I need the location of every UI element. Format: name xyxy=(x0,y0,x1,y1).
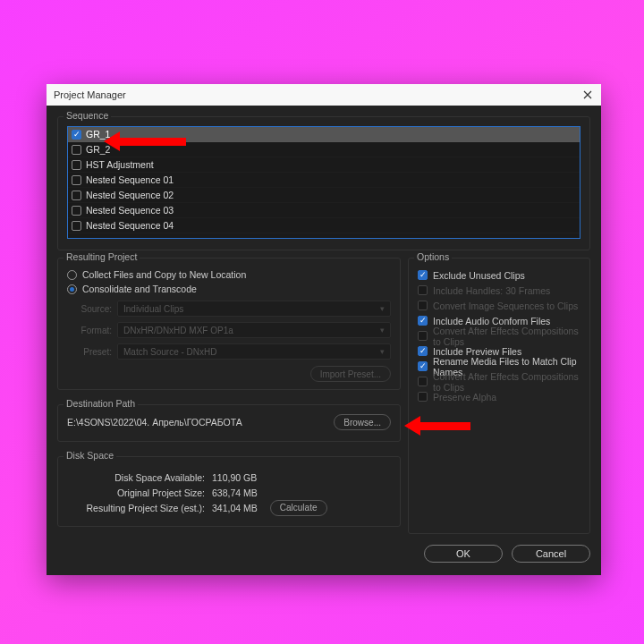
option-label: Convert After Effects Compositions to Cl… xyxy=(433,326,580,347)
sequence-row[interactable]: Nested Sequence 03 xyxy=(68,203,580,218)
checkbox-icon xyxy=(418,301,428,310)
sequence-group: Sequence ✓GR_1GR_2HST AdjustmentNested S… xyxy=(57,116,590,250)
cancel-button[interactable]: Cancel xyxy=(512,545,590,563)
source-dropdown[interactable]: Individual Clips ▾ xyxy=(117,301,391,317)
sequence-name: Nested Sequence 01 xyxy=(86,174,174,185)
sequence-list[interactable]: ✓GR_1GR_2HST AdjustmentNested Sequence 0… xyxy=(67,126,580,239)
preset-value: Match Source - DNxHD xyxy=(123,347,216,357)
sequence-name: Nested Sequence 02 xyxy=(86,190,174,200)
checkbox-icon[interactable] xyxy=(72,160,81,170)
source-label: Source: xyxy=(67,304,112,314)
source-row: Source: Individual Clips ▾ xyxy=(67,300,391,318)
close-icon[interactable] xyxy=(581,89,594,101)
radio-collect-label: Collect Files and Copy to New Location xyxy=(82,269,246,280)
sequence-row[interactable]: Nested Sequence 02 xyxy=(68,188,580,203)
radio-collect-files[interactable]: Collect Files and Copy to New Location xyxy=(67,267,391,282)
option-row: Convert After Effects Compositions to Cl… xyxy=(418,328,580,343)
checkbox-icon[interactable]: ✓ xyxy=(418,270,428,280)
resulting-project-group: Resulting Project Collect Files and Copy… xyxy=(57,258,401,390)
preset-row: Preset: Match Source - DNxHD ▾ xyxy=(67,343,391,360)
import-preset-button[interactable]: Import Preset... xyxy=(310,366,391,382)
sequence-name: Nested Sequence 04 xyxy=(86,220,174,231)
disk-value: 341,04 MB xyxy=(212,503,258,513)
option-row: Convert After Effects Compositions to Cl… xyxy=(418,374,580,389)
sequence-name: GR_1 xyxy=(86,129,110,140)
chevron-down-icon: ▾ xyxy=(380,304,385,313)
radio-icon xyxy=(67,284,77,294)
sequence-row[interactable]: Nested Sequence 04 xyxy=(68,218,580,233)
options-label: Options xyxy=(414,251,452,262)
disk-value: 638,74 MB xyxy=(212,487,258,498)
format-label: Format: xyxy=(67,326,112,335)
chevron-down-icon: ▾ xyxy=(380,347,385,356)
sequence-row[interactable]: GR_2 xyxy=(68,142,580,157)
checkbox-icon[interactable]: ✓ xyxy=(418,361,428,371)
radio-icon xyxy=(67,270,77,280)
checkbox-icon[interactable] xyxy=(72,221,81,231)
sequence-name: HST Adjustment xyxy=(86,159,154,170)
option-row[interactable]: ✓Exclude Unused Clips xyxy=(418,267,580,283)
checkbox-icon xyxy=(418,285,428,295)
option-label: Preserve Alpha xyxy=(433,392,496,402)
dialog-footer: OK Cancel xyxy=(47,539,601,575)
option-label: Include Handles: 30 Frames xyxy=(433,285,550,296)
sequence-name: GR_2 xyxy=(86,144,110,155)
checkbox-icon[interactable] xyxy=(72,145,81,155)
option-row: Convert Image Sequences to Clips xyxy=(418,298,580,313)
disk-space-label: Disk Space xyxy=(64,450,116,461)
source-value: Individual Clips xyxy=(123,304,183,314)
disk-space-group: Disk Space Disk Space Available:110,90 G… xyxy=(57,456,401,527)
ok-button[interactable]: OK xyxy=(424,545,503,563)
option-label: Convert Image Sequences to Clips xyxy=(433,301,578,311)
sequence-row[interactable]: ✓GR_1 xyxy=(68,127,580,142)
format-dropdown[interactable]: DNxHR/DNxHD MXF OP1a ▾ xyxy=(117,322,391,338)
checkbox-icon[interactable] xyxy=(72,206,81,216)
calculate-button[interactable]: Calculate xyxy=(270,500,327,516)
option-label: Exclude Unused Clips xyxy=(433,270,525,281)
disk-row: Resulting Project Size (est.):341,04 MBC… xyxy=(67,500,391,515)
radio-consolidate-transcode[interactable]: Consolidate and Transcode xyxy=(67,282,391,296)
checkbox-icon[interactable]: ✓ xyxy=(418,316,428,326)
disk-value: 110,90 GB xyxy=(212,472,257,483)
browse-button[interactable]: Browse... xyxy=(334,414,391,430)
checkbox-icon[interactable]: ✓ xyxy=(72,130,81,140)
sequence-label: Sequence xyxy=(64,110,111,121)
checkbox-icon xyxy=(418,377,428,386)
destination-path-label: Destination Path xyxy=(64,398,138,409)
disk-row: Original Project Size:638,74 MB xyxy=(67,485,391,500)
radio-transcode-label: Consolidate and Transcode xyxy=(82,284,197,294)
disk-row: Disk Space Available:110,90 GB xyxy=(67,470,391,485)
format-value: DNxHR/DNxHD MXF OP1a xyxy=(123,326,233,335)
titlebar: Project Manager xyxy=(47,84,601,106)
project-manager-dialog: Project Manager Sequence ✓GR_1GR_2HST Ad… xyxy=(47,84,601,575)
disk-label: Original Project Size: xyxy=(67,487,205,498)
format-row: Format: DNxHR/DNxHD MXF OP1a ▾ xyxy=(67,321,391,339)
checkbox-icon[interactable]: ✓ xyxy=(418,346,428,356)
checkbox-icon xyxy=(418,392,428,402)
option-row: Include Handles: 30 Frames xyxy=(418,283,580,298)
preset-label: Preset: xyxy=(67,347,112,357)
window-title: Project Manager xyxy=(54,89,126,100)
checkbox-icon[interactable] xyxy=(72,175,81,185)
sequence-row[interactable]: HST Adjustment xyxy=(68,157,580,173)
checkbox-icon[interactable] xyxy=(72,191,81,200)
option-label: Convert After Effects Compositions to Cl… xyxy=(433,371,580,393)
destination-path-group: Destination Path E:\4SONS\2022\04. Апрел… xyxy=(57,404,401,442)
resulting-project-label: Resulting Project xyxy=(64,251,140,262)
disk-label: Resulting Project Size (est.): xyxy=(67,503,205,513)
disk-label: Disk Space Available: xyxy=(67,472,205,483)
sequence-name: Nested Sequence 03 xyxy=(86,205,174,216)
sequence-row[interactable]: Nested Sequence 01 xyxy=(68,173,580,188)
chevron-down-icon: ▾ xyxy=(380,326,385,335)
destination-path-text: E:\4SONS\2022\04. Апрель\ГОСРАБОТА xyxy=(67,415,326,429)
preset-dropdown[interactable]: Match Source - DNxHD ▾ xyxy=(117,343,391,360)
options-group: Options ✓Exclude Unused ClipsInclude Han… xyxy=(408,258,590,534)
checkbox-icon xyxy=(418,331,428,341)
